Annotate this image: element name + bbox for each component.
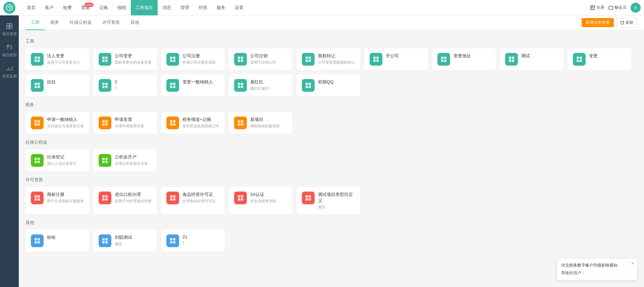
nav-item-记账[interactable]: 记账: [95, 0, 113, 15]
nav-item-票据[interactable]: 票据new: [76, 0, 95, 15]
card-公司注销[interactable]: 公司注销 适用于注销公司: [229, 48, 292, 70]
svg-rect-90: [38, 198, 40, 201]
card-desc: 适用于注销公司: [250, 60, 287, 65]
card-公积金开户[interactable]: 公积金开户 办理公积金相关业务: [93, 149, 157, 171]
svg-rect-113: [102, 241, 105, 243]
svg-rect-63: [35, 120, 37, 123]
card-title: 股权转让: [318, 53, 355, 59]
nav-item-管理[interactable]: 管理: [176, 0, 194, 15]
new-type-button[interactable]: 新增业务类型: [582, 18, 614, 27]
cards-grid-工商: 法人变更 适用于公司变更法人 公司变更 股权变更外的业务变更: [25, 48, 637, 96]
svg-rect-39: [577, 57, 579, 59]
svg-rect-50: [105, 86, 108, 88]
grid-icon: [234, 79, 247, 92]
nav-item-消息[interactable]: 消息: [158, 0, 176, 15]
building-icon: [99, 53, 111, 66]
card-商标注册[interactable]: 商标注册 用于企业商标注册服务: [25, 187, 89, 214]
card-刘聪测试[interactable]: 刘聪测试 测试: [93, 230, 157, 252]
tab-工商[interactable]: 工商: [25, 15, 45, 30]
svg-rect-49: [102, 86, 105, 88]
invoice-icon: [99, 117, 111, 129]
card-测试项目类型目定义[interactable]: 测试项目类型目定义 测试: [297, 187, 360, 214]
card-税务报道+记账[interactable]: 税务报道+记账 拿到营业执照的新公司: [161, 112, 225, 134]
card-食品经营许可证[interactable]: 食品经营许可证 办理食品经营许可证: [161, 187, 225, 214]
nav-right: 全屏 畅会员 A: [590, 3, 641, 13]
svg-rect-101: [238, 198, 240, 201]
section-title-许可资质: 许可资质: [25, 177, 637, 183]
card-title: 申请一般纳税人: [47, 117, 84, 123]
user-avatar[interactable]: A: [631, 3, 641, 13]
card-申请发票[interactable]: 申请发票 办理申请发票业务: [93, 112, 157, 134]
svg-rect-31: [441, 57, 443, 59]
card-前期QQ[interactable]: 前期QQ: [297, 74, 360, 96]
new-project-icon: [234, 117, 247, 129]
card-开公司[interactable]: 开公司: [364, 48, 428, 70]
card-title: 食品经营许可证: [182, 192, 219, 198]
tab-税务[interactable]: 税务: [45, 15, 64, 30]
card-21[interactable]: 21 1: [161, 230, 225, 252]
nav-item-客户[interactable]: 客户: [40, 0, 58, 15]
nav-item-收费[interactable]: 收费: [58, 0, 76, 15]
svg-rect-7: [35, 57, 37, 59]
nav-item-报税[interactable]: 报税: [113, 0, 131, 15]
svg-rect-53: [170, 86, 172, 88]
sidebar-item-进度监测[interactable]: 进度监测: [0, 61, 19, 82]
card-测试[interactable]: 测试: [500, 48, 564, 70]
svg-rect-111: [102, 238, 105, 240]
card-title: 变更地址: [453, 53, 490, 59]
card-变更一般纳税人[interactable]: 变更一般纳税人: [161, 74, 225, 96]
card-1[interactable]: 1 1: [93, 74, 157, 96]
refresh-button[interactable]: 刷新: [616, 18, 637, 27]
card-葛红红[interactable]: 葛红红 葛红红测试: [229, 74, 292, 96]
card-股权转让[interactable]: 股权转让 公司变更需要股权转让: [297, 48, 360, 70]
card-法人变更[interactable]: 法人变更 适用于公司变更法人: [25, 48, 89, 70]
card-公司注册[interactable]: 公司注册 申请公司注册全流程: [161, 48, 225, 70]
sidebar-item-label: 项目管理: [2, 31, 17, 37]
svg-rect-112: [105, 238, 108, 240]
card-title: 公积金开户: [115, 154, 152, 160]
sidebar-item-项目类型[interactable]: 项目类型: [0, 40, 19, 61]
svg-rect-92: [105, 195, 108, 198]
card-desc: 适用于对外贸易经营者: [115, 199, 152, 204]
nav-item-设置[interactable]: 设置: [230, 0, 248, 15]
sidebar: 项目管理项目类型进度监测: [0, 15, 19, 287]
card-变更[interactable]: 变更: [568, 48, 631, 70]
import-icon: [99, 192, 111, 204]
svg-rect-114: [105, 241, 108, 243]
svg-rect-11: [102, 57, 105, 59]
tab-社保公积金[interactable]: 社保公积金: [64, 15, 97, 30]
svg-rect-70: [105, 123, 108, 126]
card-拉拉[interactable]: 拉拉: [25, 74, 89, 96]
nav-item-首页[interactable]: 首页: [22, 0, 40, 15]
nav-item-服务[interactable]: 服务: [212, 0, 230, 15]
grid-icon: [573, 53, 586, 66]
card-新项目[interactable]: 新项目 报税加税控盘保管: [229, 112, 292, 134]
card-社保登记[interactable]: 社保登记 进行人员社保登记: [25, 149, 89, 171]
logo[interactable]: [3, 2, 15, 14]
card-进出口权办理[interactable]: 进出口权办理 适用于对外贸易经营者: [93, 187, 157, 214]
member-btn[interactable]: 畅会员: [608, 5, 627, 10]
svg-rect-110: [38, 241, 40, 243]
card-title: 法人变更: [47, 53, 84, 59]
card-title: 拉拉: [47, 79, 84, 85]
tab-其他[interactable]: 其他: [125, 15, 145, 30]
svg-rect-69: [102, 123, 105, 126]
notification-close[interactable]: ✕: [631, 261, 634, 266]
card-变更地址[interactable]: 变更地址: [432, 48, 496, 70]
svg-rect-12: [105, 57, 108, 59]
nav-item-经营[interactable]: 经营: [194, 0, 212, 15]
svg-rect-71: [170, 120, 172, 123]
nav-item-工商项目[interactable]: 工商项目: [131, 0, 158, 15]
sidebar-item-项目管理[interactable]: 项目管理: [0, 19, 19, 40]
card-申请一般纳税人[interactable]: 申请一般纳税人 当月或次月成变更完成: [25, 112, 89, 134]
card-title: 变更一般纳税人: [182, 79, 219, 85]
card-3A认证[interactable]: 3A认证 对企业信誉评级: [229, 187, 292, 214]
fullscreen-btn[interactable]: 全屏: [590, 5, 604, 10]
svg-rect-52: [173, 83, 175, 85]
card-desc: 报税加税控盘保管: [250, 124, 287, 129]
card-哈哈[interactable]: 哈哈: [25, 230, 89, 252]
card-公司变更[interactable]: 公司变更 股权变更外的业务变更: [93, 48, 157, 70]
card-desc: 适用于公司变更法人: [47, 60, 84, 65]
tab-许可资质[interactable]: 许可资质: [97, 15, 125, 30]
card-title: 21: [182, 234, 219, 239]
